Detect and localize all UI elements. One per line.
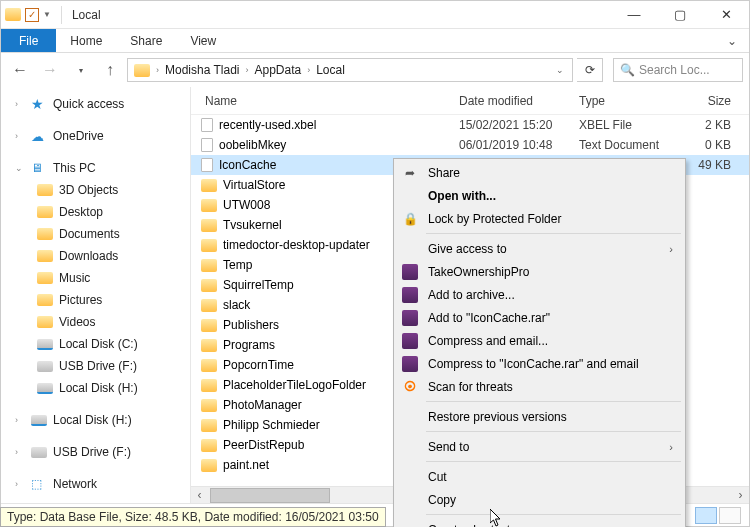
file-row[interactable]: recently-used.xbel 15/02/2021 15:20 XBEL… [191,115,749,135]
menu-item[interactable]: Open with... [396,184,683,207]
menu-item[interactable]: Compress and email... [396,329,683,352]
breadcrumb-item[interactable]: AppData [250,63,305,77]
ribbon-expand-icon[interactable]: ⌄ [715,29,749,52]
nav-network[interactable]: ›⬚Network [1,473,190,495]
folder-icon [201,359,217,372]
qat-dropdown-icon[interactable]: ▼ [43,10,51,19]
chevron-right-icon[interactable]: › [305,65,312,75]
folder-icon [201,179,217,192]
window-title: Local [68,8,101,22]
menu-divider [426,401,681,402]
scroll-right-icon[interactable]: › [732,488,749,502]
file-size: 0 KB [689,138,749,152]
column-date[interactable]: Date modified [459,94,579,108]
close-button[interactable]: ✕ [703,1,749,29]
menu-item[interactable]: Send to› [396,435,683,458]
breadcrumb-item[interactable]: Local [312,63,349,77]
search-icon: 🔍 [620,63,635,77]
nav-music[interactable]: Music [1,267,190,289]
nav-desktop[interactable]: Desktop [1,201,190,223]
nav-quick-access[interactable]: ›★Quick access [1,93,190,115]
navigation-pane[interactable]: ›★Quick access ›☁OneDrive ⌄🖥This PC 3D O… [1,87,191,503]
menu-item[interactable]: 🔒Lock by Protected Folder [396,207,683,230]
view-details-button[interactable] [695,507,717,524]
menu-label: Share [428,166,460,180]
chevron-right-icon: › [669,441,673,453]
file-tab[interactable]: File [1,29,56,52]
minimize-button[interactable]: — [611,1,657,29]
file-type: XBEL File [579,118,689,132]
column-name[interactable]: Name [201,94,459,108]
menu-divider [426,431,681,432]
menu-item[interactable]: Create shortcut [396,518,683,527]
menu-item[interactable]: ➦Share [396,161,683,184]
qat-properties-icon[interactable]: ✓ [25,8,39,22]
tab-home[interactable]: Home [56,29,116,52]
menu-label: Add to "IconCache.rar" [428,311,550,325]
maximize-button[interactable]: ▢ [657,1,703,29]
file-size: 2 KB [689,118,749,132]
folder-icon [5,8,21,21]
chevron-right-icon: › [669,243,673,255]
menu-item[interactable]: Add to "IconCache.rar" [396,306,683,329]
chevron-right-icon[interactable]: › [154,65,161,75]
up-button[interactable]: ↑ [97,57,123,83]
folder-icon [201,319,217,332]
nav-this-pc[interactable]: ⌄🖥This PC [1,157,190,179]
menu-label: TakeOwnershipPro [428,265,529,279]
nav-pictures[interactable]: Pictures [1,289,190,311]
search-input[interactable]: 🔍 Search Loc... [613,58,743,82]
nav-usb-drive-f[interactable]: ›USB Drive (F:) [1,441,190,463]
menu-item[interactable]: Compress to "IconCache.rar" and email [396,352,683,375]
nav-local-disk-c[interactable]: Local Disk (C:) [1,333,190,355]
archive-icon [402,356,418,372]
menu-item[interactable]: TakeOwnershipPro [396,260,683,283]
nav-3d-objects[interactable]: 3D Objects [1,179,190,201]
menu-item[interactable]: Give access to› [396,237,683,260]
menu-item[interactable]: Cut [396,465,683,488]
tab-share[interactable]: Share [116,29,176,52]
tab-view[interactable]: View [176,29,230,52]
chevron-right-icon[interactable]: › [243,65,250,75]
menu-label: Give access to [428,242,507,256]
nav-onedrive[interactable]: ›☁OneDrive [1,125,190,147]
menu-label: Add to archive... [428,288,515,302]
column-type[interactable]: Type [579,94,689,108]
nav-documents[interactable]: Documents [1,223,190,245]
file-type: Text Document [579,138,689,152]
archive-icon [402,333,418,349]
folder-icon [134,64,150,77]
menu-item[interactable]: Restore previous versions [396,405,683,428]
menu-label: Create shortcut [428,523,510,528]
folder-icon [201,239,217,252]
menu-label: Lock by Protected Folder [428,212,561,226]
menu-label: Restore previous versions [428,410,567,424]
nav-local-disk-h[interactable]: Local Disk (H:) [1,377,190,399]
address-bar[interactable]: › Modisha Tladi › AppData › Local ⌄ [127,58,573,82]
file-name: recently-used.xbel [219,118,459,132]
scroll-left-icon[interactable]: ‹ [191,488,208,502]
column-size[interactable]: Size [689,94,749,108]
nav-local-disk-h[interactable]: ›Local Disk (H:) [1,409,190,431]
file-row[interactable]: oobelibMkey 06/01/2019 10:48 Text Docume… [191,135,749,155]
menu-item[interactable]: ⦿Scan for threats [396,375,683,398]
nav-downloads[interactable]: Downloads [1,245,190,267]
menu-label: Send to [428,440,469,454]
file-date: 15/02/2021 15:20 [459,118,579,132]
back-button[interactable]: ← [7,57,33,83]
refresh-button[interactable]: ⟳ [577,58,603,82]
context-menu[interactable]: ➦ShareOpen with...🔒Lock by Protected Fol… [393,158,686,527]
menu-item[interactable]: Copy [396,488,683,511]
view-tiles-button[interactable] [719,507,741,524]
menu-label: Copy [428,493,456,507]
nav-videos[interactable]: Videos [1,311,190,333]
column-headers[interactable]: Name Date modified Type Size [191,87,749,115]
forward-button[interactable]: → [37,57,63,83]
breadcrumb-item[interactable]: Modisha Tladi [161,63,243,77]
folder-icon [201,419,217,432]
nav-usb-drive-f[interactable]: USB Drive (F:) [1,355,190,377]
scroll-thumb[interactable] [210,488,330,503]
menu-item[interactable]: Add to archive... [396,283,683,306]
address-dropdown-icon[interactable]: ⌄ [550,65,570,75]
recent-dropdown[interactable]: ▾ [67,57,93,83]
